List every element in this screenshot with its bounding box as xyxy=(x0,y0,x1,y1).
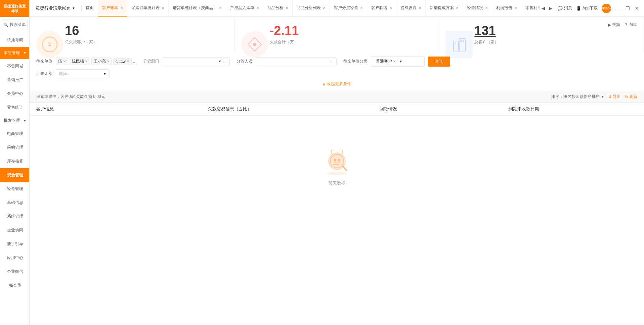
tab-customer-contact-label: 客户联络 xyxy=(371,5,387,11)
video-button[interactable]: ▶ 视频 xyxy=(608,22,620,28)
sidebar-item-quick-nav[interactable]: 快捷导航 xyxy=(0,33,29,47)
tab-mention-settings[interactable]: 提成设置 ✕ xyxy=(396,0,426,16)
tab-accounts-receivable[interactable]: 客户账本 ✕ xyxy=(98,0,127,16)
tab-close-icon[interactable]: ✕ xyxy=(286,6,288,10)
tab-close-icon[interactable]: ✕ xyxy=(419,6,421,10)
sidebar-item-wholesale-mgmt[interactable]: 批发管理 ▼ xyxy=(0,114,29,127)
tab-new-mention-plan-label: 新增提成方案 xyxy=(430,5,454,11)
query-button[interactable]: 查询 xyxy=(428,57,450,67)
tab-close-icon[interactable]: ✕ xyxy=(219,6,222,10)
collapse-button[interactable]: ∧ 收起更多条件 xyxy=(36,81,637,87)
tab-product-analysis-list[interactable]: 商品分析列表 ✕ xyxy=(293,0,330,16)
svg-text:¥: ¥ xyxy=(48,41,52,48)
filter-dept-dropdown[interactable]: ▼ ··· xyxy=(163,57,230,66)
sidebar-item-enterprise-wechat[interactable]: 企业微信 xyxy=(0,265,29,279)
svg-rect-4 xyxy=(459,39,465,51)
app-download-button[interactable]: 📱 App下载 xyxy=(576,5,598,11)
close-button[interactable]: ✕ xyxy=(633,5,641,12)
tab-purchase-stats-product-label: 进货单统计表（按商品） xyxy=(173,5,217,11)
tab-profit-report[interactable]: 利润报告 ✕ xyxy=(492,0,521,16)
filter-tag-cjttcw-close[interactable]: ✕ xyxy=(127,60,129,63)
mobile-icon: 📱 xyxy=(576,6,581,11)
total-debt-label: 欠款合计（万） xyxy=(270,39,429,45)
tab-new-mention-plan[interactable]: 新增提成方案 ✕ xyxy=(426,0,463,16)
restore-button[interactable]: ❐ xyxy=(624,5,631,12)
sidebar-logo: 畅捷通好生意 标版 xyxy=(0,0,29,17)
help-button[interactable]: ？ 帮助 xyxy=(624,22,637,28)
empty-text: 暂无数据 xyxy=(328,180,346,186)
topbar: 母婴行业演示帐套 ▼ 首页 客户账本 ✕ 采购订单统计表 ✕ 进货单统计表（按商… xyxy=(30,0,644,17)
sidebar-item-basic-info[interactable]: 基础信息 xyxy=(0,196,29,210)
sidebar-item-member-center[interactable]: 会员中心 xyxy=(0,87,29,101)
tab-purchase-stats-product[interactable]: 进货单统计表（按商品） ✕ xyxy=(169,0,226,16)
filter-tag-wu-close[interactable]: ✕ xyxy=(63,60,66,63)
tab-close-icon[interactable]: ✕ xyxy=(323,6,326,10)
tab-close-icon[interactable]: ✕ xyxy=(360,6,363,10)
sidebar-item-ecommerce[interactable]: 电商管理 xyxy=(0,127,29,141)
tab-retail-profit-label: 零售利润 xyxy=(525,5,540,11)
tab-product-analysis[interactable]: 商品分析 ✕ xyxy=(263,0,293,16)
sort-label: 排序：按欠款金额倒序排序 xyxy=(551,94,600,100)
tab-home-label: 首页 xyxy=(86,5,94,11)
sidebar-item-marketing[interactable]: 营销推广 xyxy=(0,73,29,87)
tab-customer-segmentation[interactable]: 客户分层经营 ✕ xyxy=(330,0,367,16)
tab-product-inbound[interactable]: 产成品入库单 ✕ xyxy=(226,0,263,16)
filter-more-btn[interactable]: ... xyxy=(133,59,136,64)
sidebar-item-app-center[interactable]: 应用中心 xyxy=(0,251,29,265)
tab-close-icon[interactable]: ✕ xyxy=(256,6,259,10)
tab-close-icon[interactable]: ✕ xyxy=(162,6,164,10)
tab-close-icon[interactable]: ✕ xyxy=(456,6,459,10)
filter-balance-dropdown[interactable]: 选择... ▼ xyxy=(56,69,110,78)
filter-tag-wang-close[interactable]: ✕ xyxy=(107,60,110,63)
sidebar-item-retail-stats[interactable]: 零售统计 xyxy=(0,101,29,114)
tab-scroll-right-button[interactable]: ▶ xyxy=(547,0,554,17)
sidebar-item-retail-mgmt[interactable]: 零售管理 ▼ xyxy=(0,47,29,59)
search-menu-button[interactable]: 🔍 搜索菜单 xyxy=(2,20,28,30)
filter-tag-chen-close[interactable]: ✕ xyxy=(85,60,88,63)
stat-card-total-debt: -2.11 欠款合计（万） xyxy=(234,17,439,52)
tab-accounts-receivable-label: 客户账本 xyxy=(102,5,118,11)
tab-list: 首页 客户账本 ✕ 采购订单统计表 ✕ 进货单统计表（按商品） ✕ 产成品入库单… xyxy=(82,0,540,16)
filter-tag-wang: 王小亮 ✕ xyxy=(91,58,112,65)
sidebar-item-purchase[interactable]: 采购管理 xyxy=(0,141,29,154)
tab-customer-contact[interactable]: 客户联络 ✕ xyxy=(367,0,396,16)
filter-unit-class-text: 普通客户 xyxy=(376,59,392,64)
tab-close-icon[interactable]: ✕ xyxy=(389,6,392,10)
tab-retail-profit[interactable]: 零售利润 ✕ xyxy=(521,0,540,16)
sidebar-item-member[interactable]: 畅会员 xyxy=(0,279,29,292)
sidebar-item-retail-mall[interactable]: 零售商城 xyxy=(0,59,29,73)
company-selector[interactable]: 母婴行业演示帐套 ▼ xyxy=(33,5,78,11)
refresh-button[interactable]: ↻ 刷新 xyxy=(625,94,637,100)
tab-close-icon[interactable]: ✕ xyxy=(485,6,488,10)
sidebar-item-inventory[interactable]: 库存核算 xyxy=(0,154,29,168)
filter-tag-wang-text: 王小亮 xyxy=(94,59,106,64)
filter-manager-dropdown[interactable]: ··· xyxy=(256,57,337,66)
sidebar-item-system[interactable]: 系统管理 xyxy=(0,210,29,223)
sidebar-item-ops[interactable]: 经营管理 xyxy=(0,182,29,196)
more-icon: ··· xyxy=(223,59,227,64)
export-button[interactable]: ⬇ 导出 xyxy=(608,94,621,100)
sidebar-item-new-guide[interactable]: 新手引导 xyxy=(0,237,29,251)
table-col-repayment: 回款情况 xyxy=(380,106,508,112)
filter-unit-class-close[interactable]: ✕ xyxy=(393,60,396,63)
tab-close-icon[interactable]: ✕ xyxy=(514,6,517,10)
minimize-button[interactable]: — xyxy=(614,5,622,12)
message-button[interactable]: 💬 消息 xyxy=(558,5,572,11)
filter-label-unit: 往来单位 xyxy=(36,59,52,64)
coin-icon: ¥ xyxy=(36,31,63,58)
table-area: 客户信息 欠款交易信息（占比） 回款情况 到期未收款日期 xyxy=(30,103,644,213)
result-sort[interactable]: 排序：按欠款金额倒序排序 ▼ xyxy=(551,94,604,100)
tab-scroll-left-button[interactable]: ◀ xyxy=(540,0,547,17)
filter-unit-class-dropdown[interactable]: 普通客户 ✕ ▼ xyxy=(371,56,425,67)
tab-home[interactable]: 首页 xyxy=(82,0,98,16)
filter-label-balance: 往来余额 xyxy=(36,71,52,77)
user-avatar[interactable]: demo2 xyxy=(602,4,611,13)
svg-point-8 xyxy=(327,172,347,175)
tab-close-icon[interactable]: ✕ xyxy=(120,6,123,10)
filter-tag-cjttcw-text: cjttcw xyxy=(116,59,126,64)
filter-tags-unit: 伍 ✕ 陈民强 ✕ 王小亮 ✕ cjttcw ✕ xyxy=(56,58,136,65)
tab-ops-status[interactable]: 经营情况 ✕ xyxy=(463,0,492,16)
sidebar-item-finance[interactable]: 资金管理 xyxy=(0,168,29,182)
sidebar-item-enterprise-collab[interactable]: 企业协同 xyxy=(0,223,29,237)
tab-purchase-order-stats[interactable]: 采购订单统计表 ✕ xyxy=(127,0,169,16)
